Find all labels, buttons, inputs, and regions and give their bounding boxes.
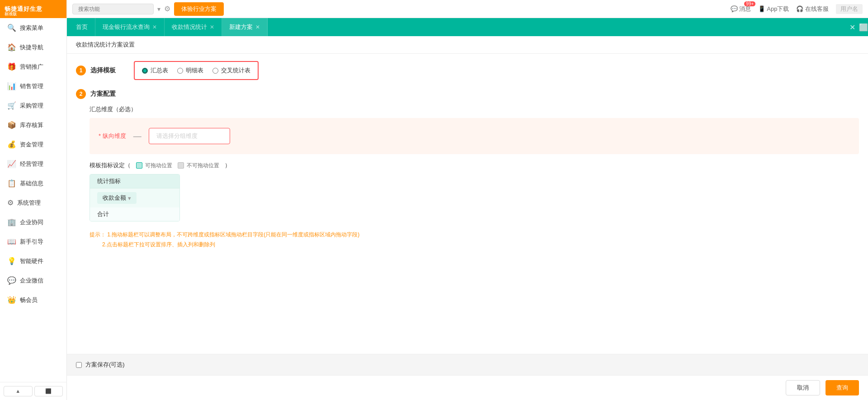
home-icon: 🏠 (7, 43, 16, 52)
search-menu-icon: 🔍 (7, 24, 16, 32)
sidebar-item-marketing[interactable]: 🎁 营销推广 (0, 57, 66, 76)
sidebar-item-beginner[interactable]: 📖 新手引导 (0, 232, 66, 251)
topbar-right: 💬 消息 99+ 📱 App下载 🎧 在线客服 用户名 (731, 4, 863, 14)
dim-arrow-icon: — (133, 132, 142, 141)
page-body: 收款情况统计方案设置 1 选择模板 汇总表 明细表 (67, 36, 868, 354)
legend-draggable: 可拖动位置 (136, 162, 172, 169)
indicator-header: 模板指标设定（ 可拖动位置 不可拖动位置 ） (90, 161, 859, 169)
step2-number: 2 (76, 89, 86, 99)
tips-section: 提示： 1.拖动标题栏可以调整布局，不可跨维度或指标区域拖动栏目字段(只能在同一… (90, 230, 845, 249)
step1-header: 1 选择模板 汇总表 明细表 交叉统计表 (76, 61, 859, 80)
search-input[interactable] (72, 4, 154, 14)
sidebar-item-wechat[interactable]: 💬 企业微信 (0, 271, 66, 290)
box-icon: 📦 (7, 121, 16, 129)
dropdown-icon[interactable]: ▾ (157, 5, 160, 13)
tab-close-collection-stats[interactable]: ✕ (210, 24, 214, 30)
topbar: ▾ ⚙ 体验行业方案 💬 消息 99+ 📱 App下载 🎧 在线客服 用户名 (67, 0, 868, 18)
step1-section: 1 选择模板 汇总表 明细表 交叉统计表 (76, 61, 859, 80)
template-select-box: 汇总表 明细表 交叉统计表 (134, 61, 259, 80)
tip2: 2.点击标题栏下拉可设置排序、插入列和删除列 (90, 240, 845, 250)
username-display: 用户名 (836, 4, 863, 14)
sidebar: 畅捷通好生意 标准版 🔍 搜索菜单 🏠 快捷导航 🎁 营销推广 📊 销售管理 🛒… (0, 0, 67, 400)
trending-icon: 📈 (7, 160, 16, 168)
indicator-settings: 模板指标设定（ 可拖动位置 不可拖动位置 ） 统计指标 (90, 161, 859, 223)
radio-detail[interactable]: 明细表 (177, 66, 203, 75)
page-title: 收款情况统计方案设置 (76, 41, 135, 48)
radio-cross[interactable]: 交叉统计表 (212, 66, 250, 75)
app-download-link[interactable]: 📱 App下载 (758, 5, 789, 13)
main-content: ▾ ⚙ 体验行业方案 💬 消息 99+ 📱 App下载 🎧 在线客服 用户名 首… (67, 0, 868, 400)
step2-section: 2 方案配置 汇总维度（必选） * 纵向维度 — 请选择分组维度 (76, 89, 859, 249)
sidebar-item-purchase[interactable]: 🛒 采购管理 (0, 96, 66, 115)
stats-cell-amount[interactable]: 收款金额 ▾ (97, 192, 137, 204)
messages-button[interactable]: 💬 消息 99+ (731, 5, 751, 13)
cell-dropdown-icon[interactable]: ▾ (128, 195, 131, 202)
building-icon: 🏢 (7, 218, 16, 226)
gear-icon[interactable]: ⚙ (164, 5, 170, 13)
step1-number: 1 (76, 66, 86, 75)
dim-select-input[interactable]: 请选择分组维度 (149, 128, 230, 144)
book-icon: 📖 (7, 237, 16, 246)
step1-title: 选择模板 (90, 66, 116, 75)
stats-sum-row: 合计 (90, 207, 179, 221)
query-button[interactable]: 查询 (826, 380, 859, 395)
tab-bank-flow[interactable]: 现金银行流水查询 ✕ (95, 18, 165, 36)
radio-summary[interactable]: 汇总表 (142, 66, 168, 75)
save-label: 方案保存(可选) (85, 361, 125, 369)
dimension-label: 汇总维度（必选） (90, 105, 859, 113)
sidebar-item-sales[interactable]: 📊 销售管理 (0, 76, 66, 96)
trial-button[interactable]: 体验行业方案 (174, 2, 224, 16)
tab-collection-stats[interactable]: 收款情况统计 ✕ (165, 18, 222, 36)
sidebar-bottom: ▲ ⬛ (0, 382, 66, 400)
step2-header: 2 方案配置 (76, 89, 859, 99)
dim-row: * 纵向维度 — 请选择分组维度 (99, 128, 230, 144)
fixed-indicator (178, 162, 184, 169)
gift-icon: 🎁 (7, 62, 16, 71)
chat-icon: 💬 (7, 276, 16, 285)
tip1: 提示： 1.拖动标题栏可以调整布局，不可跨维度或指标区域拖动栏目字段(只能在同一… (90, 230, 845, 240)
window-maximize-btn[interactable]: ⬜ (859, 23, 868, 32)
sidebar-bottom-btn-right[interactable]: ⬛ (34, 386, 63, 396)
sidebar-item-search-menu[interactable]: 🔍 搜索菜单 (0, 18, 66, 38)
cancel-button[interactable]: 取消 (786, 380, 820, 395)
save-checkbox[interactable] (76, 362, 82, 368)
cart-icon: 🛒 (7, 101, 16, 110)
stats-table: 统计指标 收款金额 ▾ 合计 (90, 174, 180, 221)
sidebar-item-finance[interactable]: 💰 资金管理 (0, 135, 66, 154)
clipboard-icon: 📋 (7, 179, 16, 188)
sidebar-item-smart-hw[interactable]: 💡 智能硬件 (0, 251, 66, 271)
tab-close-new-plan[interactable]: ✕ (255, 24, 260, 30)
step2-title: 方案配置 (90, 90, 116, 98)
sidebar-item-system[interactable]: ⚙ 系统管理 (0, 193, 66, 212)
tab-close-bank-flow[interactable]: ✕ (152, 24, 157, 30)
tab-home[interactable]: 首页 (67, 18, 95, 36)
save-section: 方案保存(可选) (67, 354, 868, 375)
sidebar-item-member[interactable]: 👑 畅会员 (0, 290, 66, 310)
crown-icon: 👑 (7, 296, 16, 304)
sidebar-item-basic-info[interactable]: 📋 基础信息 (0, 174, 66, 193)
online-service-link[interactable]: 🎧 在线客服 (796, 5, 829, 13)
window-close-btn[interactable]: ✕ (849, 23, 855, 32)
bulb-icon: 💡 (7, 257, 16, 265)
dimension-area: * 纵向维度 — 请选择分组维度 (90, 118, 859, 154)
draggable-indicator (136, 162, 142, 169)
settings-icon: ⚙ (7, 198, 14, 207)
sidebar-item-quick-nav[interactable]: 🏠 快捷导航 (0, 38, 66, 57)
message-badge: 99+ (744, 1, 755, 6)
money-icon: 💰 (7, 140, 16, 149)
sidebar-item-inventory[interactable]: 📦 库存核算 (0, 115, 66, 135)
sidebar-item-operations[interactable]: 📈 经营管理 (0, 154, 66, 174)
sidebar-item-enterprise[interactable]: 🏢 企业协同 (0, 212, 66, 232)
chart-icon: 📊 (7, 82, 16, 90)
footer-bar: 取消 查询 (67, 375, 868, 400)
radio-summary-input[interactable] (142, 68, 148, 74)
radio-detail-input[interactable] (177, 68, 183, 74)
stats-table-header: 统计指标 (90, 174, 179, 188)
radio-cross-input[interactable] (212, 68, 218, 74)
tabbar: 首页 现金银行流水查询 ✕ 收款情况统计 ✕ 新建方案 ✕ ✕ ⬜ (67, 18, 868, 36)
sidebar-bottom-btn-left[interactable]: ▲ (4, 386, 33, 396)
content-area: 收款情况统计方案设置 1 选择模板 汇总表 明细表 (67, 36, 868, 400)
page-header: 收款情况统计方案设置 (67, 36, 868, 54)
config-dimension-section: 汇总维度（必选） * 纵向维度 — 请选择分组维度 (76, 105, 859, 154)
tab-new-plan[interactable]: 新建方案 ✕ (222, 18, 268, 36)
